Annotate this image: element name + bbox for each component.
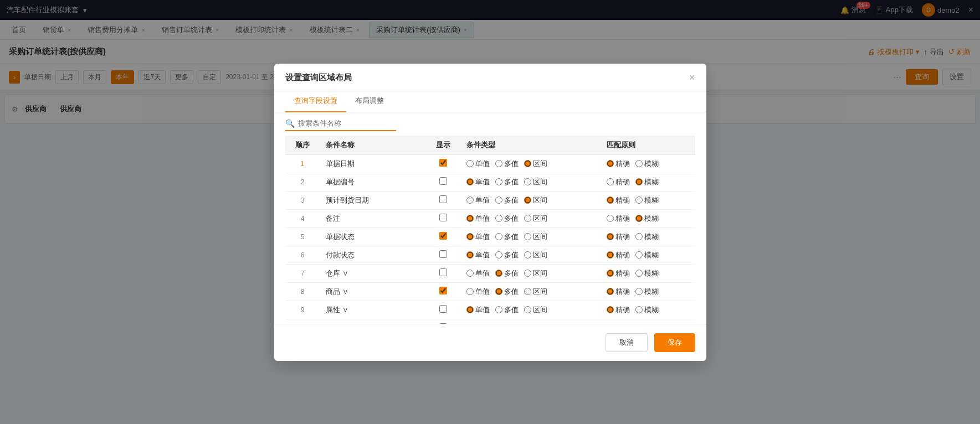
tab-query-fields-label: 查询字段设置	[294, 96, 337, 105]
dialog-close-button[interactable]: ×	[689, 73, 695, 82]
tab-query-fields[interactable]: 查询字段设置	[285, 90, 346, 112]
dialog-tabs: 查询字段设置 布局调整	[274, 90, 706, 112]
modal-overlay: 设置查询区域布局 × 查询字段设置 布局调整 🔍 顺序	[0, 0, 980, 128]
dialog-search-area: 🔍	[274, 112, 706, 129]
settings-dialog: 设置查询区域布局 × 查询字段设置 布局调整 🔍 顺序	[274, 64, 706, 129]
search-input[interactable]	[298, 119, 387, 127]
tab-layout-adjust-label: 布局调整	[355, 96, 384, 105]
search-box: 🔍	[285, 119, 396, 129]
dialog-title: 设置查询区域布局	[285, 73, 352, 83]
search-icon: 🔍	[285, 119, 295, 128]
tab-layout-adjust[interactable]: 布局调整	[346, 90, 393, 112]
dialog-header: 设置查询区域布局 ×	[274, 64, 706, 90]
